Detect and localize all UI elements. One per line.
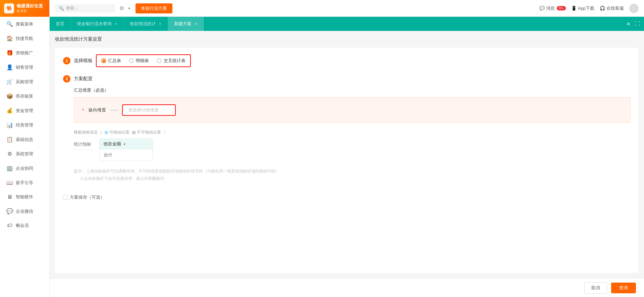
step1-section: 1 选择模板 汇总表 明细表 交叉统计表 [63, 54, 631, 67]
sidebar-item-label: 系统管理 [16, 151, 33, 157]
step1-label: 选择模板 [74, 58, 93, 64]
tab-new-plan-close[interactable]: ✕ [194, 22, 197, 26]
cancel-button[interactable]: 取消 [584, 282, 607, 294]
dimension-row: * 纵向维度 —— 请选择分组维度 [82, 104, 622, 116]
sidebar-item-label: 经营管理 [16, 122, 33, 128]
radio-summary-circle [101, 58, 106, 63]
dimension-area: * 纵向维度 —— 请选择分组维度 [74, 97, 631, 123]
sidebar-item-wechat[interactable]: 💬 企业微信 [0, 204, 49, 218]
sidebar-item-purchase[interactable]: 🛒 采购管理 [0, 75, 49, 89]
vertical-dimension-label: 纵向维度 [89, 107, 106, 113]
query-button[interactable]: 查询 [611, 283, 636, 293]
dimension-title: 汇总维度（必选） [74, 87, 631, 93]
main-area: 🔍 搜索... ⚙ ▾ 体验行业方案 💬 消息 99+ 📱 App下载 🎧 在线… [50, 0, 644, 297]
message-icon: 💬 [539, 6, 545, 11]
movable-label: 可拖动位置 [109, 130, 129, 135]
guide-icon: 📖 [6, 180, 13, 186]
tips-section: 提示： 1.拖动标题栏可以调整布局，不可跨维度或指标区域拖动栏目字段（只能在同一… [74, 168, 631, 182]
sidebar-item-system[interactable]: ⚙ 系统管理 [0, 147, 49, 161]
tab-bar-actions: ✕ ⛶ [622, 17, 644, 31]
sidebar-item-sales[interactable]: 👤 销售管理 [0, 60, 49, 75]
bottom-bar: 取消 查询 [50, 278, 644, 297]
radio-detail[interactable]: 明细表 [129, 58, 149, 64]
step1-header: 1 选择模板 汇总表 明细表 交叉统计表 [63, 54, 631, 67]
smart-hw-icon: 🖥 [6, 194, 13, 200]
tip1-text: 1.拖动标题栏可以调整布局，不可跨维度或指标区域拖动栏目字段（只能在同一维度或指… [87, 169, 279, 174]
tab-collection-stats-close[interactable]: ✕ [159, 22, 162, 26]
sidebar-item-smart-hw[interactable]: 🖥 智能硬件 [0, 190, 49, 204]
save-option-label: 方案保存（可选） [70, 194, 105, 200]
sidebar-item-inventory[interactable]: 📦 库存核算 [0, 89, 49, 103]
save-checkbox[interactable] [63, 195, 68, 200]
message-label: 消息 [546, 5, 555, 11]
base-info-icon: 📋 [6, 136, 13, 143]
radio-cross-label: 交叉统计表 [164, 58, 185, 64]
movable-indicator: 可拖动位置 [105, 130, 129, 135]
message-button[interactable]: 💬 消息 99+ [539, 5, 566, 11]
tab-bar: 首页 现金银行流水查询 ✕ 收款情况统计 ✕ 新建方案 ✕ ✕ ⛶ [50, 17, 644, 31]
step1-number: 1 [63, 57, 70, 64]
trial-button[interactable]: 体验行业方案 [136, 3, 172, 13]
tab-collection-stats[interactable]: 收款情况统计 ✕ [124, 17, 168, 31]
metrics-table: 收款金额 ▾ 合计 [99, 139, 153, 161]
sidebar-item-base-info[interactable]: 📋 基础信息 [0, 132, 49, 147]
page-title: 收款情况统计方案设置 [55, 36, 639, 42]
inventory-icon: 📦 [6, 93, 13, 99]
sidebar-item-label: 快捷导航 [16, 36, 33, 42]
metrics-total-cell: 合计 [100, 149, 153, 161]
tab-maximize-icon[interactable]: ⛶ [635, 21, 640, 27]
sidebar-item-enterprise[interactable]: 🏢 企业协同 [0, 161, 49, 176]
sidebar-item-marketing[interactable]: 🎁 营销推广 [0, 46, 49, 60]
gear-icon[interactable]: ⚙ [119, 5, 124, 11]
sidebar-item-label: 资金管理 [16, 108, 33, 114]
sidebar-item-label: 畅会员 [16, 222, 29, 229]
sidebar-item-member[interactable]: 🏷 畅会员 [0, 218, 49, 233]
search-box[interactable]: 🔍 搜索... [55, 4, 115, 12]
content-area: 收款情况统计方案设置 1 选择模板 汇总表 明细表 [50, 31, 644, 278]
logo-name: 畅捷通好生意 [17, 3, 43, 9]
enterprise-icon: 🏢 [6, 165, 13, 171]
metrics-title-text: 模板指标设定（ [74, 130, 102, 135]
topbar-dropdown-icon[interactable]: ▾ [128, 6, 130, 11]
step2-header: 2 方案配置 [63, 75, 631, 83]
radio-summary[interactable]: 汇总表 [101, 58, 121, 64]
fixed-label: 不可拖动位置 [137, 130, 161, 135]
operations-icon: 📊 [6, 122, 13, 128]
stat-label: 统计指标 [74, 139, 94, 150]
service-icon: 🎧 [600, 6, 605, 11]
sidebar-item-quick-nav[interactable]: 🏠 快捷导航 [0, 31, 49, 46]
logo-icon: 畅 [4, 3, 14, 13]
sidebar-item-finance[interactable]: 💰 资金管理 [0, 103, 49, 118]
user-avatar[interactable] [629, 4, 639, 13]
online-service-button[interactable]: 🎧 在线客服 [600, 5, 624, 11]
chevron-down-icon[interactable]: ▾ [124, 142, 125, 146]
tab-new-plan-label: 新建方案 [174, 21, 192, 27]
config-card: 1 选择模板 汇总表 明细表 交叉统计表 [55, 48, 639, 273]
sidebar-item-label: 营销推广 [16, 50, 33, 56]
sidebar-item-guide[interactable]: 📖 新手引导 [0, 176, 49, 190]
tab-new-plan[interactable]: 新建方案 ✕ [168, 17, 204, 31]
online-service-label: 在线客服 [606, 5, 624, 11]
tab-minimize-icon[interactable]: ✕ [626, 21, 631, 27]
step2-label: 方案配置 [74, 76, 93, 82]
radio-cross[interactable]: 交叉统计表 [157, 58, 185, 64]
search-icon: 🔍 [59, 6, 64, 11]
download-icon: 📱 [571, 6, 577, 11]
dimension-select[interactable]: 请选择分组维度 [122, 104, 176, 116]
save-option: 方案保存（可选） [63, 190, 631, 204]
app-download-button[interactable]: 📱 App下载 [571, 5, 594, 11]
template-options: 汇总表 明细表 交叉统计表 [96, 54, 191, 67]
sidebar-item-operations[interactable]: 📊 经营管理 [0, 118, 49, 132]
search-placeholder: 搜索... [66, 5, 77, 11]
sidebar-item-label: 新手引导 [16, 180, 33, 186]
sidebar-item-label: 智能硬件 [16, 194, 33, 200]
metrics-section: 模板指标设定（ 可拖动位置 不可拖动位置 ） [74, 130, 631, 161]
step2-section: 2 方案配置 汇总维度（必选） * 纵向维度 —— 请选择分组维度 [63, 75, 631, 182]
radio-summary-label: 汇总表 [108, 58, 121, 64]
metrics-header[interactable]: 收款金额 ▾ [100, 139, 153, 149]
tab-bank-flow[interactable]: 现金银行流水查询 ✕ [71, 17, 124, 31]
sidebar: 畅 畅捷通好生意 标准版 🔍 搜索菜单 🏠 快捷导航 🎁 营销推广 👤 销售管理… [0, 0, 50, 297]
tab-bank-flow-close[interactable]: ✕ [114, 22, 117, 26]
sidebar-item-search-menu[interactable]: 🔍 搜索菜单 [0, 17, 49, 31]
tab-home[interactable]: 首页 [50, 17, 71, 31]
